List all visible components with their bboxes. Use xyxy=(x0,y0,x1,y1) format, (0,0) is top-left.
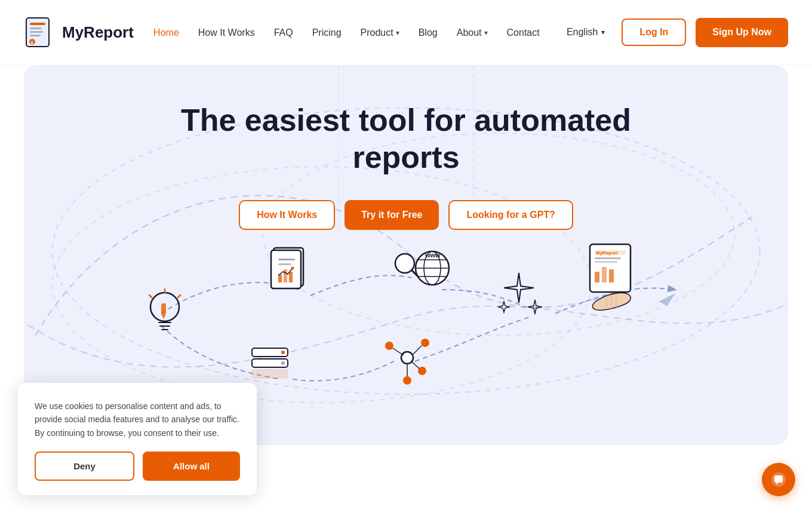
svg-rect-4 xyxy=(30,35,41,36)
try-free-button[interactable]: Try it for Free xyxy=(345,200,439,230)
nav-home[interactable]: Home xyxy=(153,27,179,38)
nav-links: Home How It Works FAQ Pricing Product ▾ … xyxy=(153,27,540,38)
language-selector[interactable]: English ▾ xyxy=(559,22,612,42)
looking-for-gpt-button[interactable]: Looking for a GPT? xyxy=(448,200,573,230)
svg-point-43 xyxy=(385,342,393,350)
hero-buttons: How It Works Try it for Free Looking for… xyxy=(239,200,573,230)
svg-rect-16 xyxy=(161,303,166,314)
svg-rect-55 xyxy=(595,261,617,263)
svg-point-44 xyxy=(421,339,429,347)
network-icon xyxy=(377,328,437,388)
nav-contact[interactable]: Contact xyxy=(507,27,540,38)
nav-how-it-works[interactable]: How It Works xyxy=(198,27,255,38)
document-icon xyxy=(270,245,313,299)
cookie-banner: We use cookies to personalise content an… xyxy=(18,383,257,445)
svg-rect-26 xyxy=(284,269,287,282)
svg-rect-56 xyxy=(595,272,599,282)
svg-line-15 xyxy=(178,295,180,297)
logo[interactable]: a MyReport xyxy=(24,17,134,49)
navbar: a MyReport Home How It Works FAQ Pricing… xyxy=(0,0,812,66)
hero-title: The easiest tool for automated reports xyxy=(167,102,645,176)
svg-text:a: a xyxy=(31,40,33,44)
language-label: English xyxy=(567,27,598,38)
svg-rect-24 xyxy=(278,263,291,265)
svg-point-28 xyxy=(291,266,294,269)
svg-line-47 xyxy=(393,348,404,355)
svg-rect-3 xyxy=(30,31,43,33)
svg-rect-2 xyxy=(30,27,42,29)
login-button[interactable]: Log In xyxy=(622,19,686,46)
svg-marker-17 xyxy=(161,314,166,319)
svg-rect-54 xyxy=(595,257,621,259)
svg-rect-31 xyxy=(252,370,288,378)
database-icon xyxy=(248,346,291,382)
svg-rect-23 xyxy=(278,259,295,260)
svg-rect-27 xyxy=(289,272,293,282)
nav-right: English ▾ Log In Sign Up Now xyxy=(559,18,788,47)
svg-point-33 xyxy=(281,361,285,365)
product-chevron-icon: ▾ xyxy=(396,29,399,37)
logo-text: MyReport xyxy=(62,23,134,42)
sparkle-icon xyxy=(492,267,546,321)
svg-point-42 xyxy=(401,352,413,364)
signup-button[interactable]: Sign Up Now xyxy=(696,18,788,47)
nav-product[interactable]: Product ▾ xyxy=(361,27,399,38)
myreport-doc-icon: MyReport xyxy=(578,242,644,314)
svg-point-46 xyxy=(403,376,411,385)
cookie-text: We use cookies to personalise content an… xyxy=(35,400,240,440)
bulb-icon xyxy=(141,287,189,340)
svg-point-32 xyxy=(281,351,285,354)
svg-text:www: www xyxy=(425,251,441,259)
svg-rect-58 xyxy=(609,269,614,282)
nav-about[interactable]: About ▾ xyxy=(457,27,488,38)
nav-blog[interactable]: Blog xyxy=(419,27,438,38)
svg-line-48 xyxy=(412,346,422,355)
svg-rect-57 xyxy=(602,267,607,282)
svg-rect-1 xyxy=(30,23,45,25)
about-chevron-icon: ▾ xyxy=(484,29,488,37)
nav-faq[interactable]: FAQ xyxy=(274,27,293,38)
how-it-works-button[interactable]: How It Works xyxy=(239,200,335,230)
search-web-icon: www xyxy=(392,245,457,293)
svg-text:MyReport: MyReport xyxy=(596,250,618,256)
svg-line-14 xyxy=(149,295,152,297)
nav-pricing[interactable]: Pricing xyxy=(312,27,342,38)
svg-line-49 xyxy=(412,362,419,368)
language-chevron-icon: ▾ xyxy=(601,28,605,36)
